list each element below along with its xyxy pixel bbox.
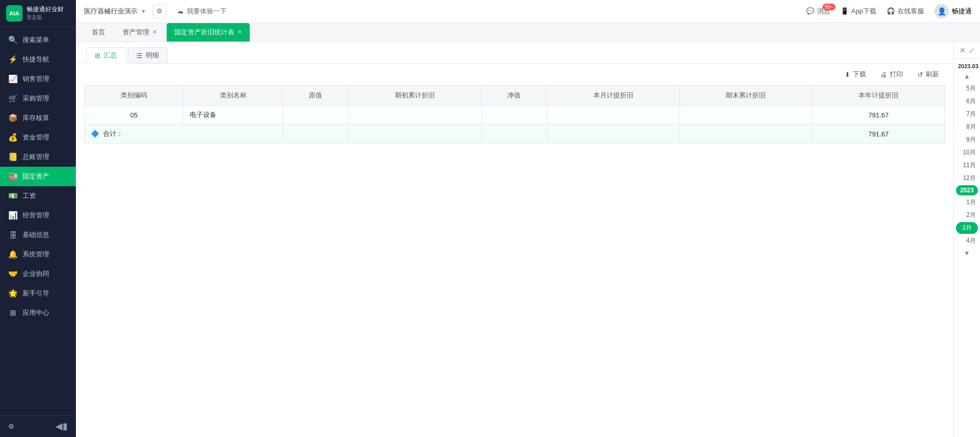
sidebar-item-label: 工资 xyxy=(23,191,36,201)
tab-fixed-depreciation-close[interactable]: ✕ xyxy=(237,29,242,35)
username-label: 畅捷通 xyxy=(952,7,972,16)
col-net-value: 净值 xyxy=(481,86,547,106)
panel-content: 2023.03 ▲ 5月 6月 7月 8月 9月 xyxy=(954,59,980,437)
message-btn[interactable]: 💬 消息 99+ xyxy=(806,7,830,16)
topbar-settings-btn[interactable]: ⚙ xyxy=(152,4,167,18)
tab-asset-mgmt[interactable]: 资产管理 ✕ xyxy=(115,23,165,42)
sidebar-item-enterprise[interactable]: 🤝 企业协同 xyxy=(0,264,76,284)
tab-home[interactable]: 首页 xyxy=(84,23,113,42)
base-info-icon: 🗄 xyxy=(8,230,17,240)
topbar: 医疗器械行业演示 ▼ ⚙ ☁ 我要体验一下 💬 消息 99+ 📱 App下载 🎧… xyxy=(76,0,980,23)
cell-code: 05 xyxy=(85,106,184,125)
content-area: ⊞ 汇总 ☰ 明细 ⬇ 下载 🖨 打印 ↺ xyxy=(76,42,980,437)
sidebar: AtA 畅捷通好业财 普及版 🔍 搜索菜单 ⚡ 快捷导航 📈 销售管理 🛒 采购… xyxy=(0,0,76,437)
purchase-icon: 🛒 xyxy=(8,94,17,103)
sidebar-item-app-center[interactable]: ⊞ 应用中心 xyxy=(0,303,76,323)
detail-icon: ☰ xyxy=(136,52,143,59)
panel-close-btn[interactable]: ✕ xyxy=(958,45,967,55)
total-original-value xyxy=(283,125,348,144)
cell-monthly-dep xyxy=(547,106,679,125)
sidebar-item-search[interactable]: 🔍 搜索菜单 xyxy=(0,30,76,50)
sidebar-collapse-btn[interactable]: ◀▮ xyxy=(55,421,68,432)
search-icon: 🔍 xyxy=(8,35,17,45)
total-ending-acc xyxy=(679,125,812,144)
sidebar-item-ops[interactable]: 📊 经营管理 xyxy=(0,206,76,225)
sidebar-item-ledger[interactable]: 📒 总账管理 xyxy=(0,147,76,167)
col-name: 类别名称 xyxy=(184,86,283,106)
panel-month-5[interactable]: 5月 xyxy=(954,82,980,95)
table-total-row: 🔷 合计： 791.67 xyxy=(85,125,945,144)
sidebar-item-fixed-assets[interactable]: 🏭 固定资产 xyxy=(0,167,76,186)
panel-month-2023-3[interactable]: 3月 xyxy=(956,222,978,234)
sidebar-footer: ⚙ ◀▮ xyxy=(0,415,76,437)
panel-month-2023-1[interactable]: 1月 xyxy=(954,196,980,209)
app-title: 畅捷通好业财 xyxy=(27,6,64,14)
sidebar-item-payroll[interactable]: 💵 工资 xyxy=(0,186,76,206)
panel-scroll-up-btn[interactable]: ▲ xyxy=(954,70,980,82)
company-selector[interactable]: 医疗器械行业演示 ▼ xyxy=(84,7,146,16)
sidebar-item-label: 基础信息 xyxy=(23,230,49,240)
settings-gear-icon[interactable]: ⚙ xyxy=(8,423,14,430)
print-icon: 🖨 xyxy=(881,71,887,78)
inventory-icon: 📦 xyxy=(8,113,17,123)
ledger-icon: 📒 xyxy=(8,152,17,162)
sidebar-item-inventory[interactable]: 📦 库存核算 xyxy=(0,108,76,128)
panel-month-2023-4[interactable]: 4月 xyxy=(954,234,980,247)
sidebar-item-guide[interactable]: 🌟 新手引导 xyxy=(0,284,76,303)
toolbar: ⬇ 下载 🖨 打印 ↺ 刷新 xyxy=(76,64,953,85)
sidebar-item-label: 企业协同 xyxy=(23,269,49,279)
sidebar-item-purchase[interactable]: 🛒 采购管理 xyxy=(0,89,76,108)
headset-icon: 🎧 xyxy=(887,7,895,15)
sidebar-item-system[interactable]: 🔔 系统管理 xyxy=(0,245,76,264)
refresh-btn[interactable]: ↺ 刷新 xyxy=(913,68,943,81)
year-2023-label[interactable]: 2023 xyxy=(956,185,978,195)
cell-initial-acc xyxy=(348,106,481,125)
tab-home-label: 首页 xyxy=(92,28,105,37)
panel-month-11[interactable]: 11月 xyxy=(954,159,980,172)
table-row[interactable]: 05 电子设备 791.67 xyxy=(85,106,945,125)
download-btn[interactable]: ⬇ 下载 xyxy=(841,68,870,81)
current-period-label: 2023.03 xyxy=(954,61,980,70)
download-label: 下载 xyxy=(853,70,866,79)
sub-tabs: ⊞ 汇总 ☰ 明细 xyxy=(76,42,953,64)
sales-icon: 📈 xyxy=(8,74,17,84)
experience-btn[interactable]: ☁ 我要体验一下 xyxy=(177,7,227,16)
sub-tab-summary[interactable]: ⊞ 汇总 xyxy=(86,47,126,64)
sidebar-item-label: 快捷导航 xyxy=(23,55,49,64)
sidebar-item-funds[interactable]: 💰 资金管理 xyxy=(0,128,76,147)
col-original-value: 原值 xyxy=(283,86,348,106)
summary-icon: ⊞ xyxy=(95,52,101,59)
panel-expand-btn[interactable]: ⤢ xyxy=(967,45,976,55)
app-download-btn[interactable]: 📱 App下载 xyxy=(841,7,876,16)
guide-icon: 🌟 xyxy=(8,289,17,298)
total-net-value xyxy=(481,125,547,144)
panel-month-8[interactable]: 8月 xyxy=(954,121,980,133)
print-btn[interactable]: 🖨 打印 xyxy=(876,68,907,81)
sidebar-item-base-info[interactable]: 🗄 基础信息 xyxy=(0,225,76,245)
panel-month-6[interactable]: 6月 xyxy=(954,95,980,108)
sidebar-item-quick-nav[interactable]: ⚡ 快捷导航 xyxy=(0,50,76,69)
sidebar-item-sales[interactable]: 📈 销售管理 xyxy=(0,69,76,89)
sidebar-item-label: 采购管理 xyxy=(23,94,49,103)
panel-month-2023-2[interactable]: 2月 xyxy=(954,209,980,222)
tab-asset-mgmt-close[interactable]: ✕ xyxy=(152,29,157,35)
funds-icon: 💰 xyxy=(8,133,17,142)
panel-month-12[interactable]: 12月 xyxy=(954,172,980,185)
sidebar-item-label: 新手引导 xyxy=(23,289,49,298)
panel-month-9[interactable]: 9月 xyxy=(954,133,980,146)
sub-tab-detail[interactable]: ☰ 明细 xyxy=(128,47,168,64)
tab-asset-mgmt-label: 资产管理 xyxy=(123,28,149,37)
panel-month-7[interactable]: 7月 xyxy=(954,108,980,121)
cell-ending-acc xyxy=(679,106,812,125)
page-content: ⊞ 汇总 ☰ 明细 ⬇ 下载 🖨 打印 ↺ xyxy=(76,42,953,437)
user-menu[interactable]: 👤 畅捷通 xyxy=(934,4,972,18)
col-ending-acc: 期末累计折旧 xyxy=(679,86,812,106)
main-area: 医疗器械行业演示 ▼ ⚙ ☁ 我要体验一下 💬 消息 99+ 📱 App下载 🎧… xyxy=(76,0,980,437)
tabs-bar: 首页 资产管理 ✕ 固定资产折旧统计表 ✕ xyxy=(76,23,980,42)
panel-scroll-down-btn[interactable]: ▼ xyxy=(954,247,980,259)
message-badge: 99+ xyxy=(823,4,835,10)
tab-fixed-depreciation[interactable]: 固定资产折旧统计表 ✕ xyxy=(167,23,250,42)
panel-month-10[interactable]: 10月 xyxy=(954,146,980,159)
system-icon: 🔔 xyxy=(8,250,17,259)
customer-service-btn[interactable]: 🎧 在线客服 xyxy=(887,7,924,16)
